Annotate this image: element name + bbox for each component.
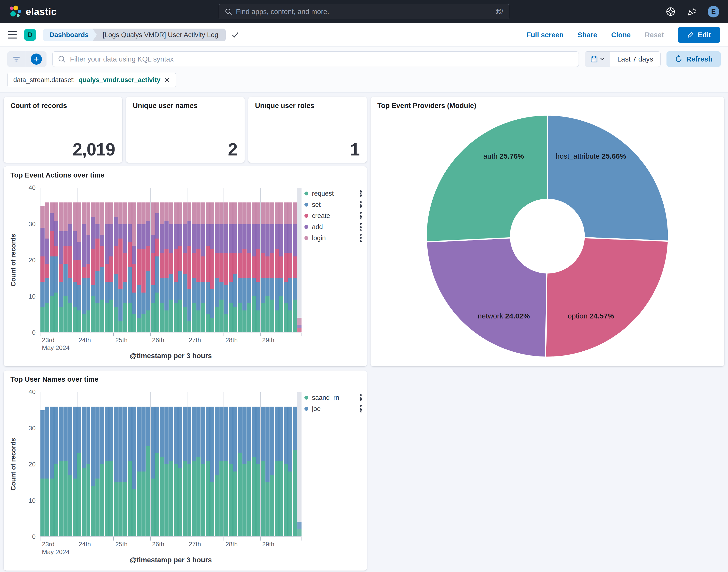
filter-list-icon[interactable]	[7, 51, 26, 67]
stacked-bar[interactable]	[201, 188, 205, 332]
global-search-input[interactable]	[236, 8, 491, 16]
stacked-bar[interactable]	[219, 188, 224, 332]
stacked-bar[interactable]	[155, 188, 159, 332]
stacked-bar[interactable]	[215, 188, 219, 332]
stacked-bar[interactable]	[197, 188, 201, 332]
stacked-bar[interactable]	[114, 392, 118, 536]
stacked-bar[interactable]	[266, 188, 270, 332]
stacked-bar[interactable]	[261, 392, 265, 536]
stacked-bar[interactable]	[164, 392, 168, 536]
stacked-bar[interactable]	[288, 392, 292, 536]
stacked-bar[interactable]	[155, 392, 159, 536]
stacked-bar[interactable]	[63, 188, 68, 332]
news-party-popper-icon[interactable]	[686, 6, 697, 17]
stacked-bar[interactable]	[279, 188, 283, 332]
legend-more-button[interactable]	[360, 234, 363, 242]
legend-item-login[interactable]: login	[304, 234, 363, 242]
elastic-brand[interactable]: elastic	[9, 5, 57, 18]
calendar-dropdown-button[interactable]	[585, 52, 610, 67]
stacked-bar[interactable]	[141, 188, 146, 332]
stacked-bar[interactable]	[95, 188, 99, 332]
stacked-bar[interactable]	[104, 392, 109, 536]
filter-pill[interactable]: data_stream.dataset: qualys_vmdr.user_ac…	[7, 73, 176, 87]
stacked-bar[interactable]	[178, 188, 183, 332]
stacked-bar[interactable]	[45, 188, 49, 332]
stacked-bar[interactable]	[261, 188, 265, 332]
refresh-button[interactable]: Refresh	[666, 51, 721, 67]
stacked-bar[interactable]	[297, 188, 301, 332]
stacked-bar[interactable]	[284, 188, 288, 332]
edit-button[interactable]: Edit	[678, 27, 720, 43]
stacked-bar[interactable]	[288, 188, 292, 332]
stacked-bar[interactable]	[238, 188, 242, 332]
stacked-bar[interactable]	[238, 392, 242, 536]
stacked-bar[interactable]	[146, 188, 150, 332]
stacked-bar[interactable]	[86, 392, 90, 536]
stacked-bar[interactable]	[188, 188, 192, 332]
legend-item-add[interactable]: add	[304, 223, 363, 231]
menu-hamburger-icon[interactable]	[8, 31, 17, 39]
stacked-bar[interactable]	[192, 392, 196, 536]
stacked-bar[interactable]	[188, 392, 192, 536]
stacked-bar[interactable]	[229, 188, 233, 332]
stacked-bar[interactable]	[275, 188, 279, 332]
stacked-bar[interactable]	[132, 392, 136, 536]
donut-slice-network[interactable]	[427, 238, 547, 357]
stacked-bar[interactable]	[82, 392, 86, 536]
stacked-bar[interactable]	[284, 392, 288, 536]
kql-query-bar[interactable]	[52, 51, 579, 67]
stacked-bar[interactable]	[41, 188, 45, 332]
stacked-bar[interactable]	[128, 392, 132, 536]
stacked-bar[interactable]	[256, 392, 260, 536]
stacked-bar[interactable]	[183, 392, 187, 536]
legend-more-button[interactable]	[360, 394, 363, 401]
stacked-bar[interactable]	[146, 392, 150, 536]
legend-more-button[interactable]	[360, 190, 363, 197]
stacked-bar[interactable]	[77, 188, 81, 332]
add-filter-button[interactable]	[26, 51, 47, 67]
stacked-bar[interactable]	[206, 392, 210, 536]
donut-slice-option[interactable]	[545, 237, 668, 357]
stacked-bar[interactable]	[242, 188, 246, 332]
space-badge[interactable]: D	[24, 29, 36, 41]
stacked-bar[interactable]	[151, 188, 155, 332]
stacked-bar[interactable]	[41, 392, 45, 536]
stacked-bar[interactable]	[183, 188, 187, 332]
donut-slice-auth[interactable]	[426, 115, 547, 242]
clone-button[interactable]: Clone	[611, 31, 631, 39]
breadcrumb-current-dashboard[interactable]: [Logs Qualys VMDR] User Activity Log	[92, 28, 226, 41]
stacked-bar[interactable]	[82, 188, 86, 332]
legend-item-set[interactable]: set	[304, 201, 363, 209]
stacked-bar[interactable]	[242, 392, 246, 536]
stacked-bar[interactable]	[68, 188, 72, 332]
breadcrumb-dashboards[interactable]: Dashboards	[43, 28, 97, 41]
stacked-bar[interactable]	[247, 392, 251, 536]
stacked-bar[interactable]	[119, 188, 123, 332]
stacked-bar[interactable]	[251, 188, 256, 332]
stacked-bar[interactable]	[169, 392, 173, 536]
close-icon[interactable]	[164, 77, 170, 83]
stacked-bar[interactable]	[123, 188, 127, 332]
stacked-bar[interactable]	[86, 188, 90, 332]
stacked-bar[interactable]	[233, 188, 237, 332]
stacked-bar[interactable]	[251, 392, 256, 536]
stacked-bar[interactable]	[224, 392, 228, 536]
stacked-bar[interactable]	[137, 188, 141, 332]
stacked-bar[interactable]	[275, 392, 279, 536]
stacked-bar[interactable]	[100, 392, 104, 536]
stacked-bar[interactable]	[151, 392, 155, 536]
stacked-bar[interactable]	[169, 188, 173, 332]
stacked-bar[interactable]	[293, 188, 297, 332]
stacked-bar[interactable]	[73, 188, 77, 332]
stacked-bar[interactable]	[192, 188, 196, 332]
stacked-bar[interactable]	[266, 392, 270, 536]
time-range-value[interactable]: Last 7 days	[610, 52, 660, 67]
stacked-bar[interactable]	[141, 392, 146, 536]
legend-more-button[interactable]	[360, 405, 363, 412]
stacked-bar[interactable]	[45, 392, 49, 536]
stacked-bar[interactable]	[50, 188, 54, 332]
stacked-bar[interactable]	[201, 392, 205, 536]
stacked-bar[interactable]	[178, 392, 183, 536]
stacked-bar[interactable]	[197, 392, 201, 536]
legend-item-joe[interactable]: joe	[304, 405, 363, 413]
